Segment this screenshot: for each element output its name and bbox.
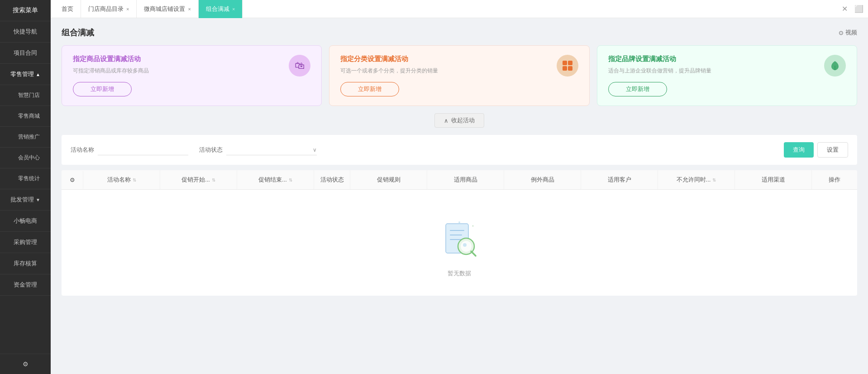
sidebar-item-smart-store[interactable]: 智慧门店 xyxy=(0,85,51,106)
th-gear[interactable]: ⚙ xyxy=(62,171,83,189)
th-no-concurrent: 不允许同时... ⇅ xyxy=(658,170,735,189)
close-icon[interactable]: × xyxy=(232,0,235,18)
sidebar-item-fund-mgmt[interactable]: 资金管理 xyxy=(0,274,51,296)
sidebar-item-label: 会员中心 xyxy=(18,154,40,162)
svg-point-15 xyxy=(472,225,474,227)
video-link[interactable]: ⊙ 视频 xyxy=(839,29,857,37)
tab-right-controls: ✕ ⬜ xyxy=(839,4,864,14)
close-window-button[interactable]: ✕ xyxy=(839,4,850,14)
empty-text: 暂无数据 xyxy=(448,269,471,278)
sidebar-item-xiaochang-ecom[interactable]: 小畅电商 xyxy=(0,211,51,232)
chevron-up-icon: ▲ xyxy=(36,72,40,77)
svg-rect-3 xyxy=(568,66,572,71)
sidebar-item-label: 营销推广 xyxy=(18,133,40,141)
collapse-activities-button[interactable]: ∧ 收起活动 xyxy=(434,113,484,128)
card-category-discount: 指定分类设置满减活动 可选一个或者多个分类，提升分类的销量 立即新增 xyxy=(329,45,589,106)
settings-button[interactable]: 设置 xyxy=(817,142,848,158)
tab-label: 微商城店铺设置 xyxy=(144,0,185,18)
close-icon[interactable]: × xyxy=(188,0,191,18)
add-category-discount-button[interactable]: 立即新增 xyxy=(340,82,399,96)
search-buttons: 查询 设置 xyxy=(784,142,848,158)
gear-icon: ⚙ xyxy=(23,360,29,368)
activity-name-label: 活动名称 xyxy=(71,146,94,154)
sidebar-settings[interactable]: ⚙ xyxy=(0,354,51,374)
maximize-window-button[interactable]: ⬜ xyxy=(854,4,864,14)
sidebar-item-label: 零售统计 xyxy=(18,175,40,182)
activity-name-input[interactable] xyxy=(98,144,188,155)
activity-name-field: 活动名称 xyxy=(71,144,188,155)
th-promo-rules: 促销规则 xyxy=(350,170,427,189)
sidebar-search[interactable]: 搜索菜单 xyxy=(0,0,51,21)
sidebar-item-retail-mall[interactable]: 零售商城 xyxy=(0,106,51,127)
sidebar-item-project-contract[interactable]: 项目合同 xyxy=(0,43,51,64)
add-brand-discount-button[interactable]: 立即新增 xyxy=(608,82,667,96)
svg-rect-1 xyxy=(568,61,572,65)
tab-store-catalog[interactable]: 门店商品目录 × xyxy=(81,0,137,18)
card-brand-discount: 指定品牌设置满减活动 适合与上游企业联合做营销，提升品牌销量 立即新增 xyxy=(597,45,857,106)
sidebar-item-label: 资金管理 xyxy=(14,281,37,289)
svg-line-12 xyxy=(471,251,476,256)
chevron-up-icon: ∧ xyxy=(444,117,448,124)
svg-point-11 xyxy=(461,241,472,252)
chevron-down-icon: ∨ xyxy=(313,147,317,153)
video-link-label: 视频 xyxy=(845,29,857,37)
th-applicable-channels: 适用渠道 xyxy=(735,170,812,189)
tab-label: 门店商品目录 xyxy=(88,0,124,18)
tab-wechat-store-settings[interactable]: 微商城店铺设置 × xyxy=(137,0,198,18)
card-brand-title: 指定品牌设置满减活动 xyxy=(608,55,846,63)
grid-icon xyxy=(557,55,578,77)
sidebar-item-label: 项目合同 xyxy=(14,49,37,57)
card-product-desc: 可指定滞销商品或库存较多商品 xyxy=(73,67,310,75)
close-icon[interactable]: × xyxy=(126,0,129,18)
table-header: ⚙ 活动名称 ⇅ 促销开始... ⇅ 促销结束... ⇅ 活动状态 xyxy=(62,170,857,190)
gear-icon: ⚙ xyxy=(70,177,75,183)
card-category-desc: 可选一个或者多个分类，提升分类的销量 xyxy=(340,67,578,75)
sidebar-item-marketing[interactable]: 营销推广 xyxy=(0,127,51,148)
sidebar-item-label: 零售管理 xyxy=(10,70,34,78)
add-product-discount-button[interactable]: 立即新增 xyxy=(73,82,132,96)
sidebar-item-member-center[interactable]: 会员中心 xyxy=(0,148,51,168)
search-area: 活动名称 活动状态 ∨ 查询 设置 xyxy=(62,135,857,165)
sidebar-item-quick-nav[interactable]: 快捷导航 xyxy=(0,21,51,43)
card-product-discount: 指定商品设置满减活动 可指定滞销商品或库存较多商品 🛍 立即新增 xyxy=(62,45,322,106)
activity-status-select[interactable]: ∨ xyxy=(226,145,317,155)
th-operations: 操作 xyxy=(812,170,857,189)
main-content: 组合满减 ⊙ 视频 指定商品设置满减活动 可指定滞销商品或库存较多商品 🛍 立即… xyxy=(51,18,868,374)
play-circle-icon: ⊙ xyxy=(839,29,844,36)
sort-icon[interactable]: ⇅ xyxy=(133,177,136,182)
cards-row: 指定商品设置满减活动 可指定滞销商品或库存较多商品 🛍 立即新增 指定分类设置满… xyxy=(62,45,857,106)
sort-icon[interactable]: ⇅ xyxy=(212,177,215,182)
sidebar-item-label: 批发管理 xyxy=(10,196,34,204)
sidebar-item-label: 采购管理 xyxy=(14,238,37,246)
th-applicable-customers: 适用客户 xyxy=(581,170,658,189)
sidebar-item-label: 智慧门店 xyxy=(18,91,40,99)
th-activity-name: 活动名称 ⇅ xyxy=(83,170,160,189)
th-exception-goods: 例外商品 xyxy=(504,170,581,189)
leaf-icon xyxy=(824,55,846,77)
sidebar-item-label: 零售商城 xyxy=(18,112,40,120)
sidebar: 搜索菜单 快捷导航 项目合同 零售管理 ▲ 智慧门店 零售商城 营销推广 会员中… xyxy=(0,0,51,374)
sort-icon[interactable]: ⇅ xyxy=(712,177,716,182)
chevron-down-icon: ▼ xyxy=(36,197,40,202)
sort-icon[interactable]: ⇅ xyxy=(289,177,292,182)
tab-bar: 首页 门店商品目录 × 微商城店铺设置 × 组合满减 × ✕ ⬜ xyxy=(51,0,868,18)
tab-home[interactable]: 首页 xyxy=(54,0,81,18)
empty-state: 暂无数据 xyxy=(62,190,857,296)
svg-point-14 xyxy=(458,221,460,223)
tab-combo-discount[interactable]: 组合满减 × xyxy=(199,0,243,18)
th-activity-status: 活动状态 xyxy=(314,170,350,189)
tab-label: 组合满减 xyxy=(206,0,229,18)
page-title: 组合满减 xyxy=(62,27,94,38)
sidebar-item-retail-mgmt[interactable]: 零售管理 ▲ xyxy=(0,64,51,85)
sidebar-item-label: 小畅电商 xyxy=(14,217,37,225)
sidebar-item-wholesale-mgmt[interactable]: 批发管理 ▼ xyxy=(0,189,51,211)
sidebar-item-inventory-calc[interactable]: 库存核算 xyxy=(0,253,51,274)
th-applicable-goods: 适用商品 xyxy=(427,170,504,189)
svg-rect-0 xyxy=(563,61,567,65)
collapse-btn-label: 收起活动 xyxy=(451,116,475,125)
sidebar-item-retail-stats[interactable]: 零售统计 xyxy=(0,168,51,189)
sidebar-item-label: 快捷导航 xyxy=(14,28,37,36)
sidebar-item-purchase-mgmt[interactable]: 采购管理 xyxy=(0,232,51,253)
query-button[interactable]: 查询 xyxy=(784,142,814,158)
sidebar-item-label: 库存核算 xyxy=(14,259,37,268)
